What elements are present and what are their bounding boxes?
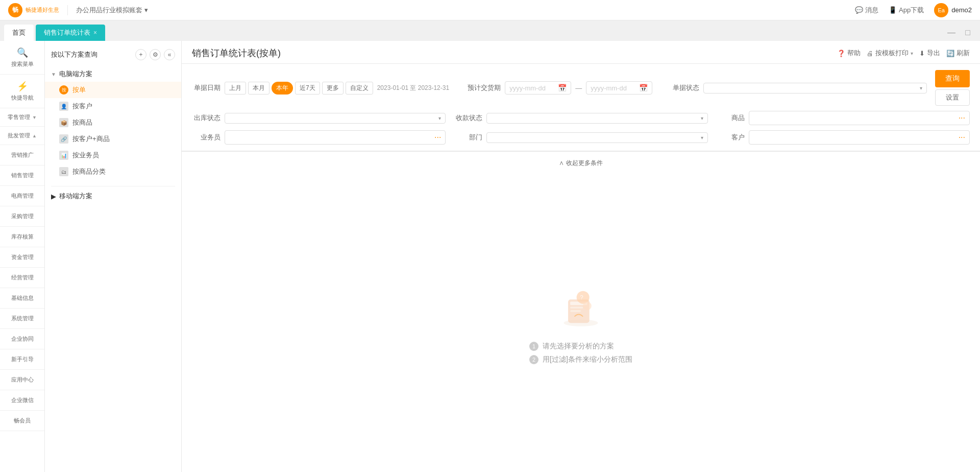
scheme-item-by-product[interactable]: 📦 按商品 <box>45 114 181 131</box>
message-button[interactable]: 💬 消息 <box>855 6 878 15</box>
customer-more-icon[interactable]: ··· <box>959 133 965 142</box>
chevron-down-icon: ▾ <box>144 6 148 14</box>
sidebar-item-appstore[interactable]: 应用中心 <box>0 370 44 390</box>
home-tab-label: 首页 <box>12 28 26 37</box>
scheme-item-by-customer-product[interactable]: 🔗 按客户+商品 <box>45 131 181 147</box>
filter-row-1: 单据日期 上月 本月 本年 近7天 更多 自定义 2023-01-01 至 20… <box>192 70 970 106</box>
print-button[interactable]: 🖨 按模板打印 ▾ <box>867 49 913 58</box>
status-label: 单据状态 <box>671 83 699 92</box>
chevron-down-retail: ▼ <box>32 115 37 120</box>
payment-status-select[interactable]: ▾ <box>486 113 707 124</box>
mobile-section: ▶ 移动端方案 <box>45 182 181 206</box>
scheme-item-by-customer[interactable]: 👤 按客户 <box>45 98 181 114</box>
sidebar-label-quicknav: 快捷导航 <box>11 94 34 102</box>
sidebar-item-quick-nav[interactable]: ⚡ 快捷导航 <box>0 75 44 108</box>
collapse-area: ∧ 收起更多条件 <box>182 151 980 175</box>
settings-button[interactable]: 设置 <box>935 89 970 106</box>
section-divider <box>51 186 175 186</box>
tip-text-2: 用[过滤]条件来缩小分析范围 <box>543 355 632 364</box>
date-label: 单据日期 <box>192 83 220 92</box>
left-panel: 按以下方案查询 + ⚙ « ▼ 电脑端方案 按 按单 👤 按客户 📦 按商 <box>45 41 182 472</box>
sidebar-item-member[interactable]: 畅会员 <box>0 411 44 431</box>
sidebar-item-wholesale[interactable]: 批发管理 ▲ <box>0 127 44 145</box>
payment-status-label: 收款状态 <box>454 113 482 123</box>
empty-tip-2: 2 用[过滤]条件来缩小分析范围 <box>529 355 632 364</box>
department-filter-group: 部门 ▾ <box>454 132 707 143</box>
delivery-chevron-icon: ▾ <box>438 115 441 121</box>
by-sales-icon: 📊 <box>59 151 68 160</box>
date-btn-last-month[interactable]: 上月 <box>225 82 246 95</box>
maximize-button[interactable]: □ <box>962 27 974 39</box>
sidebar-item-marketing[interactable]: 营销推广 <box>0 145 44 166</box>
product-input[interactable]: ··· <box>749 111 970 125</box>
query-button[interactable]: 查询 <box>935 70 970 87</box>
app-download-button[interactable]: 📱 App下载 <box>889 6 924 15</box>
tab-home[interactable]: 首页 <box>4 25 34 41</box>
expected-date-end[interactable]: yyyy-mm-dd 📅 <box>586 81 652 95</box>
scheme-item-by-order[interactable]: 按 按单 <box>45 82 181 98</box>
sidebar-item-finance[interactable]: 资金管理 <box>0 247 44 268</box>
customer-filter-group: 客户 ··· <box>716 130 970 145</box>
customer-label: 客户 <box>716 133 745 142</box>
sidebar-item-inventory[interactable]: 库存核算 <box>0 227 44 247</box>
logo-icon: 畅 <box>8 3 22 17</box>
date-btn-this-month[interactable]: 本月 <box>248 82 270 95</box>
expected-date-placeholder1: yyyy-mm-dd <box>509 84 546 92</box>
date-btn-7days[interactable]: 近7天 <box>295 82 320 95</box>
scheme-label-by-product: 按商品 <box>72 118 92 127</box>
delivery-status-select[interactable]: ▾ <box>225 113 446 124</box>
payment-chevron-icon: ▾ <box>701 115 703 121</box>
sidebar-item-system[interactable]: 系统管理 <box>0 309 44 329</box>
help-button[interactable]: ❓ 帮助 <box>837 49 861 58</box>
sidebar-item-sales[interactable]: 销售管理 <box>0 166 44 186</box>
user-profile[interactable]: Ea demo2 <box>934 3 972 17</box>
sidebar-item-retail[interactable]: 零售管理 ▼ <box>0 108 44 127</box>
scheme-item-by-salesperson[interactable]: 📊 按业务员 <box>45 147 181 163</box>
collapse-button[interactable]: ∧ 收起更多条件 <box>182 155 980 172</box>
scheme-label-by-sales: 按业务员 <box>72 151 99 160</box>
salesperson-label: 业务员 <box>192 133 220 142</box>
tab-sales-order[interactable]: 销售订单统计表 × <box>36 25 105 41</box>
mobile-scheme-parent[interactable]: ▶ 移动端方案 <box>45 188 181 204</box>
pc-scheme-parent[interactable]: ▼ 电脑端方案 <box>45 66 181 82</box>
expected-date-start[interactable]: yyyy-mm-dd 📅 <box>505 81 571 95</box>
sidebar-item-wechat[interactable]: 企业微信 <box>0 390 44 411</box>
sidebar-label-ecommerce: 电商管理 <box>11 192 34 200</box>
scheme-label-by-category: 按商品分类 <box>72 167 106 176</box>
calendar-icon-2: 📅 <box>639 84 648 92</box>
add-scheme-button[interactable]: + <box>135 49 146 60</box>
arrow-right-icon: ▶ <box>51 193 56 200</box>
sidebar-item-operation[interactable]: 经营管理 <box>0 268 44 288</box>
status-select[interactable]: ▾ <box>703 83 927 93</box>
sidebar-label-marketing: 营销推广 <box>11 151 34 159</box>
by-category-icon: 🗂 <box>59 167 68 176</box>
delivery-status-group: 出库状态 ▾ <box>192 113 446 124</box>
date-btn-this-year[interactable]: 本年 <box>272 82 293 95</box>
scheme-item-by-category[interactable]: 🗂 按商品分类 <box>45 163 181 180</box>
refresh-button[interactable]: 🔄 刷新 <box>946 49 970 58</box>
scheme-label-by-order: 按单 <box>72 85 86 95</box>
sidebar-item-enterprise[interactable]: 企业协同 <box>0 329 44 349</box>
settings-scheme-button[interactable]: ⚙ <box>150 49 161 60</box>
sidebar-item-newbie[interactable]: 新手引导 <box>0 349 44 370</box>
date-btn-custom[interactable]: 自定义 <box>346 82 373 95</box>
customer-input[interactable]: ··· <box>749 130 970 145</box>
department-select[interactable]: ▾ <box>486 132 707 143</box>
by-customer-icon: 👤 <box>59 102 68 111</box>
minimize-button[interactable]: — <box>945 27 958 39</box>
export-button[interactable]: ⬇ 导出 <box>919 49 940 58</box>
tab-close-icon[interactable]: × <box>93 29 97 36</box>
collapse-panel-button[interactable]: « <box>164 49 175 60</box>
salesperson-input[interactable]: ··· <box>225 130 446 145</box>
salesperson-more-icon[interactable]: ··· <box>434 133 441 142</box>
sidebar-item-basic[interactable]: 基础信息 <box>0 288 44 309</box>
sidebar-item-purchase[interactable]: 采购管理 <box>0 206 44 227</box>
sidebar-label-system: 系统管理 <box>11 315 34 322</box>
sidebar-item-ecommerce[interactable]: 电商管理 <box>0 186 44 206</box>
product-more-icon[interactable]: ··· <box>959 113 965 123</box>
date-btn-more[interactable]: 更多 <box>322 82 344 95</box>
app-selector[interactable]: 办公用品行业模拟账套 ▾ <box>76 6 148 15</box>
sidebar-item-search-menu[interactable]: 🔍 搜索菜单 <box>0 41 44 75</box>
user-name: demo2 <box>951 6 972 14</box>
mobile-scheme-label: 移动端方案 <box>59 192 92 201</box>
